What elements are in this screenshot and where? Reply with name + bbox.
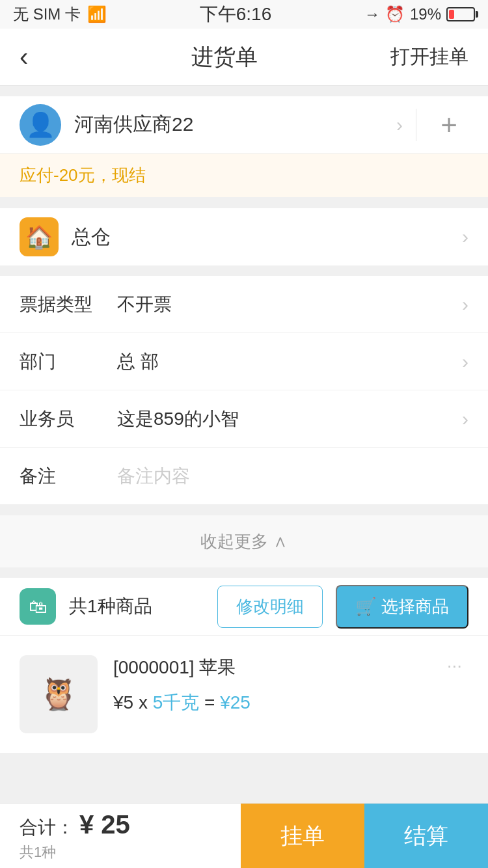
product-count: 共1种商品 [69,594,204,619]
warehouse-chevron-icon: › [462,226,468,248]
collapse-text: 收起更多 ∧ [200,530,287,553]
product-code: [0000001] [113,657,195,677]
hold-button[interactable]: 挂单 [241,804,364,868]
wifi-icon: 📶 [87,5,107,23]
notice-row: 应付-20元，现结 [0,154,488,198]
total-label: 合计： [20,815,74,840]
open-hold-button[interactable]: 打开挂单 [390,44,468,70]
qty-value: 5千克 [153,692,200,712]
divider [0,567,488,578]
select-product-label: 选择商品 [381,595,449,618]
remark-input[interactable]: 备注内容 [111,464,468,489]
product-name: [0000001] 苹果 [113,655,441,680]
more-button[interactable]: ··· [441,655,468,676]
total-value: ¥25 [220,692,251,712]
dept-value: 总 部 [111,349,462,374]
warehouse-section: 🏠 总仓 › [0,208,488,265]
supplier-avatar: 👤 [20,104,61,146]
products-section: 🛍 共1种商品 修改明细 🛒 选择商品 🦉 [0000001] 苹果 ¥5 [0,578,488,753]
notice-text: 应付-20元，现结 [20,165,146,185]
nav-bar: ‹ 进货单 打开挂单 [0,29,488,86]
content: 👤 河南供应商22 › + 应付-20元，现结 🏠 总仓 › 票据类型 不开票 … [0,86,488,839]
total-amount: ¥ 25 [79,810,130,839]
product-icon: 🛍 [20,588,56,625]
remark-row[interactable]: 备注 备注内容 [0,448,488,505]
product-thumb-icon: 🦉 [39,676,78,712]
price-x: x [139,692,153,712]
form-section: 票据类型 不开票 › 部门 总 部 › 业务员 这是859的小智 › 备注 备注… [0,276,488,505]
invoice-row[interactable]: 票据类型 不开票 › [0,276,488,333]
sales-label: 业务员 [20,407,111,431]
warehouse-row[interactable]: 🏠 总仓 › [0,208,488,265]
add-button[interactable]: + [429,109,468,141]
vertical-divider [416,109,416,141]
total-sub: 共1种 [20,843,221,862]
status-right: → ⏰ 19% [364,5,475,23]
remark-label: 备注 [20,464,111,489]
back-button[interactable]: ‹ [20,42,59,72]
price-eq: = [204,692,220,712]
collapse-row[interactable]: 收起更多 ∧ [0,515,488,567]
total-row: 合计： ¥ 25 [20,810,221,840]
warehouse-icon: 🏠 [20,217,59,256]
sales-chevron-icon: › [462,408,468,430]
select-product-button[interactable]: 🛒 选择商品 [336,585,468,629]
supplier-row[interactable]: 👤 河南供应商22 › + [0,96,488,154]
invoice-chevron-icon: › [462,293,468,316]
checkout-button[interactable]: 结算 [364,804,488,868]
invoice-label: 票据类型 [20,292,111,317]
cart-icon: 🛍 [29,596,47,617]
warehouse-name: 总仓 [72,224,462,251]
location-icon: → [364,5,380,23]
edit-detail-button[interactable]: 修改明细 [217,586,323,628]
supplier-section: 👤 河南供应商22 › + 应付-20元，现结 [0,86,488,198]
dept-label: 部门 [20,349,111,374]
avatar-icon: 👤 [26,111,55,139]
status-bar: 无 SIM 卡 📶 下午6:16 → ⏰ 19% [0,0,488,29]
battery-icon [446,7,475,21]
status-left: 无 SIM 卡 📶 [13,4,107,25]
sales-value: 这是859的小智 [111,407,462,431]
page-title: 进货单 [191,42,258,72]
status-time: 下午6:16 [200,2,272,27]
sim-status: 无 SIM 卡 [13,4,81,25]
battery-percent: 19% [410,5,441,23]
product-title: 苹果 [199,657,236,677]
supplier-name: 河南供应商22 [74,111,396,138]
product-info: [0000001] 苹果 ¥5 x 5千克 = ¥25 [113,655,441,715]
product-price: ¥5 x 5千克 = ¥25 [113,690,441,715]
bottom-bar: 合计： ¥ 25 共1种 挂单 结算 [0,803,488,868]
invoice-value: 不开票 [111,292,462,317]
dept-chevron-icon: › [462,351,468,373]
products-header: 🛍 共1种商品 修改明细 🛒 选择商品 [0,578,488,635]
dept-row[interactable]: 部门 总 部 › [0,333,488,390]
total-area: 合计： ¥ 25 共1种 [0,804,241,868]
sales-row[interactable]: 业务员 这是859的小智 › [0,390,488,448]
supplier-chevron-icon: › [396,114,403,136]
price-value: ¥5 [113,692,133,712]
product-item: 🦉 [0000001] 苹果 ¥5 x 5千克 = ¥25 ··· [0,635,488,753]
alarm-icon: ⏰ [385,5,405,23]
product-thumbnail: 🦉 [20,655,98,733]
select-icon: 🛒 [355,597,376,617]
